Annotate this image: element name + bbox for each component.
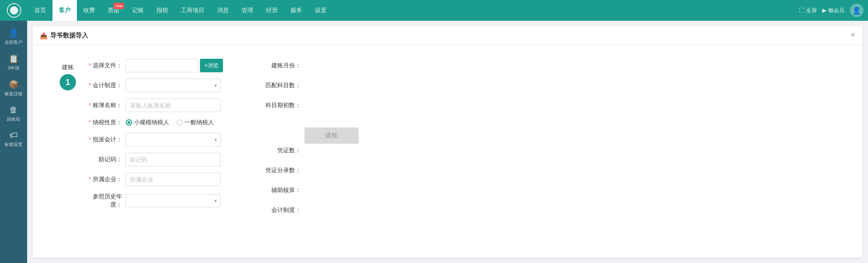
info-row-month: 建账月份： (259, 59, 368, 72)
accountant-label: 指派会计： (85, 136, 126, 144)
nav-right: ⛶ 全屏 ▶ 畅会员 👤 (799, 4, 863, 17)
nav-settings[interactable]: 设置 (308, 0, 333, 21)
accounting-info-label: 会计制度： (259, 206, 304, 214)
import-icon: 📤 (40, 32, 47, 39)
voucher-label: 凭证数： (259, 146, 304, 155)
step-label: 建账 (62, 63, 74, 71)
migration-icon: 📦 (9, 80, 19, 89)
panel-header: 📤 导爷数据导入 (33, 26, 863, 45)
nav-manage[interactable]: 管理 (235, 0, 260, 21)
tax-row: 纳税性质： 小规模纳税人 一般纳税人 (85, 118, 223, 127)
top-navigation: 首页 客户 收费 票据 new 记账 报税 工商项目 消息 管理 经营 服务 设… (0, 0, 868, 21)
memo-row: 助记码： (85, 153, 223, 166)
tax-radio-group: 小规模纳税人 一般纳税人 (126, 118, 214, 127)
nav-tax[interactable]: 报税 (150, 0, 175, 21)
accountant-select-wrap (126, 133, 221, 146)
tag-icon: 🏷 (9, 131, 18, 140)
member-btn[interactable]: ▶ 畅会员 (822, 7, 844, 14)
accounting-label: 会计制度： (85, 81, 126, 89)
entry-label: 凭证分录数： (259, 166, 304, 174)
file-label: 选择文件： (85, 61, 126, 70)
fullscreen-btn[interactable]: ⛶ 全屏 (799, 7, 817, 14)
ledger-row: 账簿名称： (85, 99, 223, 112)
file-row: 选择文件： +浏览 (85, 59, 223, 72)
nav-items: 首页 客户 收费 票据 new 记账 报税 工商项目 消息 管理 经营 服务 设… (28, 0, 799, 21)
nav-ticket[interactable]: 票据 new (101, 0, 126, 21)
right-info: 建账月份： 匹配科目数： 科目期初数： 建账 凭证 (241, 50, 377, 232)
content-body: 建账 1 选择文件： +浏览 (33, 45, 863, 237)
company-label: 所属企业： (85, 175, 126, 183)
nav-message[interactable]: 消息 (211, 0, 235, 21)
history-select-wrap (126, 194, 221, 207)
submit-button[interactable]: 建账 (304, 127, 359, 144)
panel-title: 导爷数据导入 (50, 32, 88, 40)
auxiliary-label: 辅助核算： (259, 186, 304, 194)
accountant-row: 指派会计： (85, 133, 223, 146)
company-row: 所属企业： (85, 173, 223, 186)
history-label: 参照历史年度： (85, 193, 126, 209)
main-layout: 👤 全部客户 📋 0申报 📦 账套迁移 🗑 回收站 🏷 标签设置 📤 导爷数据导… (0, 21, 868, 263)
accountant-select[interactable] (126, 133, 221, 146)
tax-label: 纳税性质： (85, 118, 126, 127)
radio-dot-small (126, 119, 132, 126)
avatar[interactable]: 👤 (850, 4, 863, 17)
all-clients-icon: 👤 (9, 28, 19, 38)
info-row-entry: 凭证分录数： (259, 164, 368, 177)
nav-service[interactable]: 服务 (284, 0, 308, 21)
info-row-initial: 科目期初数： (259, 99, 368, 112)
nav-customer[interactable]: 客户 (52, 0, 77, 21)
sidebar-item-recycle[interactable]: 🗑 回收站 (1, 102, 26, 126)
form-area: 选择文件： +浏览 会计制度： (85, 59, 223, 215)
file-input[interactable] (126, 59, 198, 72)
step-circle: 1 (60, 74, 76, 90)
info-row-subjects: 匹配科目数： (259, 79, 368, 92)
initial-label: 科目期初数： (259, 101, 304, 109)
nav-bookkeeping[interactable]: 记账 (126, 0, 150, 21)
info-row-voucher: 凭证数： (259, 144, 368, 157)
sidebar: 👤 全部客户 📋 0申报 📦 账套迁移 🗑 回收站 🏷 标签设置 (0, 21, 27, 263)
app-logo (5, 1, 24, 20)
info-row-accounting: 会计制度： (259, 203, 368, 217)
user-icon: 👤 (852, 6, 861, 15)
memo-label: 助记码： (85, 155, 126, 164)
browse-button[interactable]: +浏览 (200, 59, 223, 72)
nav-fee[interactable]: 收费 (77, 0, 101, 21)
company-input[interactable] (126, 173, 221, 186)
sidebar-item-migration[interactable]: 📦 账套迁移 (1, 76, 26, 101)
month-label: 建账月份： (259, 61, 304, 70)
accounting-row: 会计制度： (85, 79, 223, 92)
subjects-label: 匹配科目数： (259, 81, 304, 89)
sidebar-item-declaration[interactable]: 📋 0申报 (1, 50, 26, 75)
main-content: 📤 导爷数据导入 × 建账 1 选择 (27, 21, 868, 263)
nav-business[interactable]: 工商项目 (175, 0, 211, 21)
radio-dot-general (176, 119, 183, 126)
recycle-icon: 🗑 (9, 105, 18, 115)
fullscreen-icon: ⛶ (799, 7, 804, 14)
sidebar-item-all-clients[interactable]: 👤 全部客户 (1, 24, 26, 49)
import-panel: 📤 导爷数据导入 × 建账 1 选择 (33, 26, 863, 258)
accounting-select-wrap (126, 79, 221, 92)
history-row: 参照历史年度： (85, 193, 223, 209)
info-row-auxiliary: 辅助核算： (259, 183, 368, 197)
new-badge: new (114, 3, 124, 9)
nav-operation[interactable]: 经营 (260, 0, 284, 21)
sidebar-item-tags[interactable]: 🏷 标签设置 (1, 127, 26, 151)
ledger-input[interactable] (126, 99, 221, 112)
nav-home[interactable]: 首页 (28, 0, 52, 21)
accounting-select[interactable] (126, 79, 221, 92)
step-badge: 建账 1 (60, 59, 76, 90)
close-button[interactable]: × (850, 31, 855, 39)
tax-option-general[interactable]: 一般纳税人 (176, 118, 214, 127)
history-select[interactable] (126, 194, 221, 207)
tax-option-small[interactable]: 小规模纳税人 (126, 118, 169, 127)
memo-input[interactable] (126, 153, 221, 166)
file-input-wrap: +浏览 (126, 59, 223, 72)
step-area: 建账 1 选择文件： +浏览 (42, 50, 241, 232)
declaration-icon: 📋 (9, 54, 19, 64)
play-icon: ▶ (822, 7, 826, 14)
ledger-label: 账簿名称： (85, 101, 126, 109)
